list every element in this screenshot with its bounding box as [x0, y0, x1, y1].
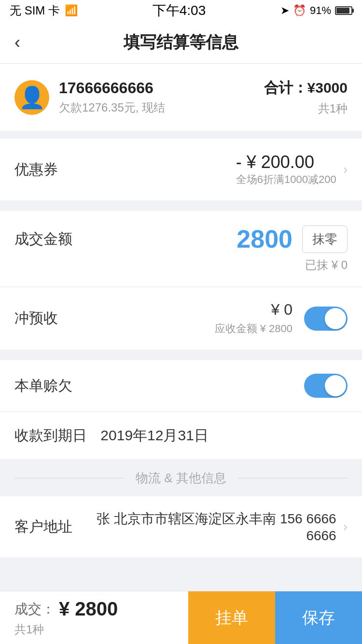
carrier-text: 无 SIM 卡 [10, 3, 60, 18]
prereceive-section: 冲预收 ¥ 0 应收金额 ¥ 2800 [0, 287, 362, 350]
due-date-value: 2019年12月31日 [100, 427, 208, 443]
address-label: 客户地址 [14, 517, 72, 537]
prereceive-label: 冲预收 [14, 308, 58, 328]
avatar: 👤 [14, 80, 49, 115]
save-button[interactable]: 保存 [275, 591, 362, 644]
content: 👤 17666666666 欠款1276.35元, 现结 合计：¥3000 共1… [0, 64, 362, 644]
due-date-label: 收款到期日 2019年12月31日 [14, 427, 209, 443]
avatar-icon: 👤 [19, 85, 45, 110]
due-date-label-text: 收款到期日 [14, 427, 87, 443]
bottom-bar: 成交： ¥ 2800 共1种 挂单 保存 [0, 591, 362, 644]
section-divider-2 [0, 350, 362, 360]
status-bar: 无 SIM 卡 📶 下午4:03 ➤ ⏰ 91% [0, 0, 362, 21]
bottom-deal-label: 成交： [14, 600, 55, 618]
battery-indicator [335, 6, 352, 15]
logistics-text: 物流 & 其他信息 [136, 470, 226, 487]
bottom-summary: 成交： ¥ 2800 共1种 [0, 598, 188, 637]
total-count: 共1种 [264, 101, 348, 116]
battery-percent: 91% [310, 4, 331, 17]
deal-section: 成交金额 2800 抹零 已抹 ¥ 0 [0, 211, 362, 286]
deal-sub: 已抹 ¥ 0 [14, 257, 348, 273]
prereceive-amount: ¥ 0 [215, 301, 292, 319]
debt-section: 本单赊欠 [0, 360, 362, 411]
coupon-label: 优惠券 [14, 160, 58, 180]
total-amount: 合计：¥3000 [264, 78, 348, 98]
status-right: ➤ ⏰ 91% [280, 4, 352, 17]
pending-button[interactable]: 挂单 [188, 591, 275, 644]
customer-debt: 欠款1276.35元, 现结 [59, 100, 165, 115]
customer-phone: 17666666666 [59, 79, 165, 97]
deal-amount: 2800 [237, 224, 292, 253]
coupon-arrow-icon: › [343, 162, 348, 177]
coupon-desc: 全场6折满1000减200 [236, 172, 336, 187]
debt-toggle[interactable] [304, 374, 348, 398]
customer-total: 合计：¥3000 共1种 [264, 78, 348, 116]
status-left: 无 SIM 卡 📶 [10, 3, 78, 18]
status-time: 下午4:03 [153, 1, 206, 20]
wifi-icon: 📶 [65, 4, 78, 17]
section-divider-1 [0, 201, 362, 211]
logistics-divider: 物流 & 其他信息 [0, 460, 362, 496]
page-title: 填写结算等信息 [124, 31, 238, 54]
coupon-row[interactable]: 优惠券 - ¥ 200.00 全场6折满1000减200 › [0, 139, 362, 200]
address-arrow-icon: › [343, 519, 348, 534]
customer-card: 👤 17666666666 欠款1276.35元, 现结 合计：¥3000 共1… [0, 64, 362, 131]
address-section[interactable]: 客户地址 张 北京市市辖区海淀区永丰南 156 6666 6666 › [0, 496, 362, 557]
location-icon: ➤ [280, 4, 289, 17]
due-date-section: 收款到期日 2019年12月31日 [0, 412, 362, 459]
address-text: 张 北京市市辖区海淀区永丰南 156 6666 6666 [72, 510, 336, 544]
coupon-amount: - ¥ 200.00 [236, 152, 336, 172]
prereceive-toggle[interactable] [304, 307, 348, 331]
round-button[interactable]: 抹零 [302, 225, 348, 253]
bottom-count: 共1种 [14, 622, 174, 637]
debt-label: 本单赊欠 [14, 376, 72, 396]
bottom-deal-amount: ¥ 2800 [59, 598, 118, 620]
deal-label: 成交金额 [14, 229, 72, 249]
alarm-icon: ⏰ [293, 4, 306, 17]
nav-bar: ‹ 填写结算等信息 [0, 21, 362, 64]
back-button[interactable]: ‹ [14, 32, 20, 53]
prereceive-sub: 应收金额 ¥ 2800 [215, 322, 292, 336]
